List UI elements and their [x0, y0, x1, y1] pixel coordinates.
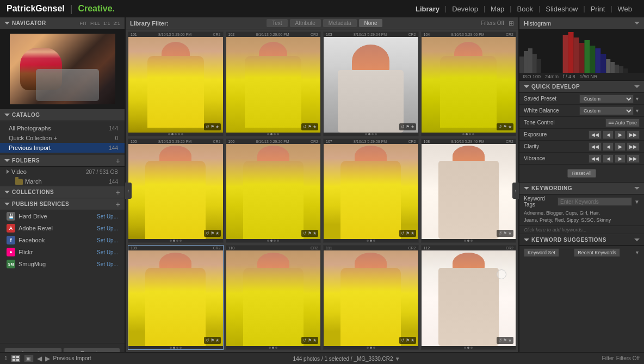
flag-icon[interactable]: ⚑ — [210, 124, 214, 129]
facebook-setup[interactable]: Set Up... — [97, 237, 118, 243]
vibrance-minus2[interactable]: ◀◀ — [589, 154, 602, 163]
nav-develop[interactable]: Develop — [447, 5, 484, 13]
exposure-minus2[interactable]: ◀◀ — [589, 130, 602, 139]
left-panel-collapse[interactable]: ‹ — [125, 183, 132, 199]
star-icon[interactable]: ★ — [313, 124, 317, 129]
nav-prev-button[interactable]: ◀ — [37, 355, 42, 362]
rotate-icon[interactable]: ↺ — [303, 231, 307, 236]
saved-preset-select[interactable]: Custom — [579, 95, 634, 103]
star-icon[interactable]: ★ — [508, 338, 512, 343]
rotate-icon[interactable]: ↺ — [206, 231, 209, 236]
filter-none[interactable]: None — [359, 19, 383, 27]
star-icon[interactable]: ★ — [215, 338, 219, 343]
flag-icon[interactable]: ⚑ — [503, 338, 507, 343]
adobe-revel-setup[interactable]: Set Up... — [97, 225, 118, 231]
nav-slideshow[interactable]: Slideshow — [540, 5, 583, 13]
folders-add-button[interactable]: + — [116, 156, 120, 165]
flag-icon[interactable]: ⚑ — [210, 338, 214, 343]
star-icon[interactable]: ★ — [411, 124, 414, 129]
flag-icon[interactable]: ⚑ — [210, 231, 214, 236]
rotate-icon[interactable]: ↺ — [401, 231, 405, 236]
catalog-quick-collection[interactable]: Quick Collection + 0 — [0, 133, 125, 143]
clarity-minus2[interactable]: ◀◀ — [589, 142, 602, 151]
filter-metadata[interactable]: Metadata — [323, 19, 357, 27]
photo-cell-5[interactable]: 105 8/10/13 5:29:26 PM CR2 ↺ ⚑ ★ — [128, 139, 224, 243]
navigator-header[interactable]: Navigator FIT FILL 1:1 2:1 — [0, 17, 125, 29]
folder-video[interactable]: Video 207 / 931 GB — [0, 167, 125, 177]
keyword-set-button[interactable]: Keyword Set — [524, 248, 559, 257]
photo-cell-12[interactable]: 112 CR2 ↺ ⚑ ★ — [421, 245, 517, 350]
rotate-icon[interactable]: ↺ — [401, 124, 405, 129]
clarity-plus1[interactable]: ▶ — [615, 142, 626, 151]
kw-set-dropdown-icon[interactable]: ▼ — [635, 250, 640, 255]
reset-all-button[interactable]: Reset All — [567, 169, 597, 178]
nav-fit-btn[interactable]: FIT — [79, 21, 87, 26]
nav-1to1-btn[interactable]: 1:1 — [103, 21, 110, 26]
publish-flickr[interactable]: ● Flickr Set Up... — [0, 246, 125, 258]
publish-facebook[interactable]: f Facebook Set Up... — [0, 234, 125, 246]
star-icon[interactable]: ★ — [508, 231, 512, 236]
view-loupe-button[interactable]: ▣ — [24, 355, 34, 362]
flag-icon[interactable]: ⚑ — [308, 124, 312, 129]
exposure-plus2[interactable]: ▶▶ — [627, 130, 640, 139]
keyword-suggestions-header[interactable]: Keyword Suggestions — [519, 234, 644, 246]
photo-cell-7[interactable]: 107 8/10/13 5:29:58 PM CR2 ↺ ⚑ ★ — [323, 139, 419, 243]
smugmug-setup[interactable]: Set Up... — [97, 261, 118, 267]
star-icon[interactable]: ★ — [313, 338, 317, 343]
vibrance-plus1[interactable]: ▶ — [615, 154, 626, 163]
rotate-icon[interactable]: ↺ — [498, 231, 502, 236]
photo-cell-2[interactable]: 102 8/10/13 5:29:00 PM CR2 ↺ ⚑ ★ — [226, 32, 321, 136]
flag-icon[interactable]: ⚑ — [406, 124, 410, 129]
vibrance-plus2[interactable]: ▶▶ — [627, 154, 640, 163]
flag-icon[interactable]: ⚑ — [308, 231, 312, 236]
histogram-header[interactable]: Histogram — [519, 17, 644, 29]
flag-icon[interactable]: ⚑ — [308, 338, 312, 343]
photo-cell-8[interactable]: 108 8/10/13 5:29:46 PM CR2 ↺ ⚑ ★ — [421, 139, 517, 243]
nav-2to1-btn[interactable]: 2:1 — [113, 21, 120, 26]
rotate-icon[interactable]: ↺ — [498, 124, 502, 129]
exposure-plus1[interactable]: ▶ — [615, 130, 626, 139]
keywording-header[interactable]: Keywording — [519, 183, 644, 194]
star-icon[interactable]: ★ — [508, 124, 512, 129]
filter-text[interactable]: Text — [267, 19, 287, 27]
flag-icon[interactable]: ⚑ — [503, 124, 507, 129]
catalog-all-photos[interactable]: All Photographs 144 — [0, 123, 125, 133]
rotate-icon[interactable]: ↺ — [303, 124, 307, 129]
folders-header[interactable]: Folders + — [0, 155, 125, 167]
publish-hard-drive[interactable]: 💾 Hard Drive Set Up... — [0, 210, 125, 222]
filter-collapse-button[interactable]: ⊞ — [509, 20, 514, 27]
photo-cell-4[interactable]: 104 8/10/13 5:29:06 PM CR2 ↺ ⚑ ★ — [421, 32, 517, 136]
exposure-minus1[interactable]: ◀ — [603, 130, 614, 139]
photo-count-dropdown[interactable]: ▼ — [395, 356, 400, 362]
nav-map[interactable]: Map — [485, 5, 510, 13]
collections-header[interactable]: Collections + — [0, 186, 125, 198]
flag-icon[interactable]: ⚑ — [406, 231, 410, 236]
photo-cell-3[interactable]: 103 8/10/13 5:29:04 PM CR2 ↺ ⚑ ★ — [323, 32, 419, 136]
photo-cell-1[interactable]: 101 8/10/13 5:29:06 PM CR2 ↺ ⚑ ★ — [128, 32, 224, 136]
keyword-input-dropdown[interactable]: ▼ — [634, 199, 640, 205]
photo-cell-11[interactable]: 111 CR2 ↺ ⚑ ★ — [323, 245, 419, 350]
collections-add-button[interactable]: + — [116, 188, 120, 197]
folder-march[interactable]: March 144 — [0, 177, 125, 186]
click-to-add-keywords[interactable]: Click here to add keywords... — [519, 225, 644, 234]
tone-control-btn[interactable]: ≡≡ Auto Tone — [605, 118, 640, 127]
star-icon[interactable]: ★ — [313, 231, 317, 236]
white-balance-select[interactable]: Custom — [579, 106, 634, 115]
nav-print[interactable]: Print — [585, 5, 611, 13]
publish-services-header[interactable]: Publish Services + — [0, 198, 125, 210]
right-panel-collapse[interactable]: › — [512, 183, 519, 199]
star-icon[interactable]: ★ — [411, 231, 414, 236]
nav-book[interactable]: Book — [511, 5, 538, 13]
hard-drive-setup[interactable]: Set Up... — [97, 214, 118, 219]
star-icon[interactable]: ★ — [215, 231, 219, 236]
catalog-previous-import[interactable]: Previous Import 144 — [0, 143, 125, 153]
filter-attribute[interactable]: Attribute — [290, 19, 321, 27]
nav-web[interactable]: Web — [612, 5, 638, 13]
rotate-icon[interactable]: ↺ — [498, 338, 502, 343]
flag-icon[interactable]: ⚑ — [503, 231, 507, 236]
catalog-header[interactable]: Catalog — [0, 109, 125, 121]
flag-icon[interactable]: ⚑ — [406, 338, 410, 343]
rotate-icon[interactable]: ↺ — [206, 338, 209, 343]
nav-fill-btn[interactable]: FILL — [90, 21, 100, 26]
keyword-input[interactable] — [558, 197, 632, 206]
